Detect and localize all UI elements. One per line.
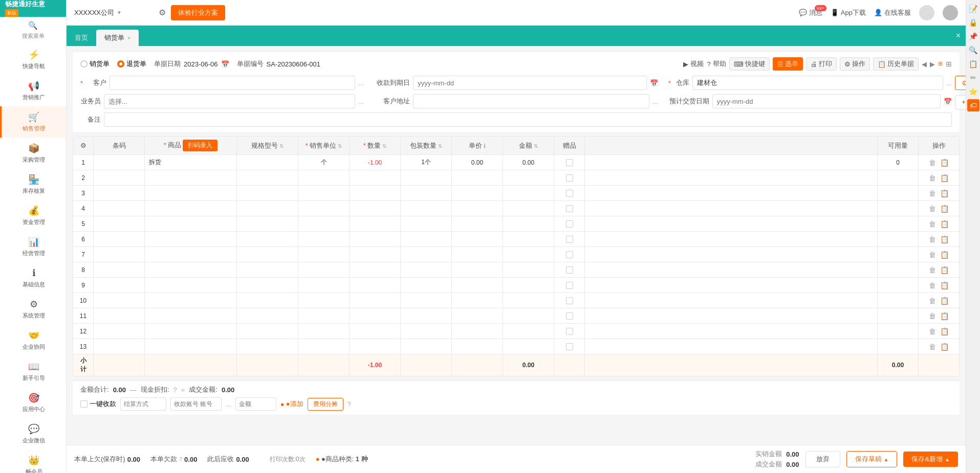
delete-icon[interactable]: 🗑	[929, 343, 936, 351]
cell-price[interactable]	[452, 324, 503, 339]
cell-unit[interactable]	[298, 308, 350, 324]
expense-button[interactable]: 费用分摊	[308, 398, 343, 411]
cell-amount[interactable]	[503, 278, 554, 293]
gift-checkbox[interactable]	[566, 266, 573, 274]
copy-icon[interactable]: 📋	[940, 327, 949, 335]
th-pkg[interactable]: 包装数量	[401, 137, 452, 155]
cell-product[interactable]	[145, 293, 237, 308]
cell-gift[interactable]	[554, 155, 585, 170]
cell-qty[interactable]	[350, 186, 401, 201]
cell-qty[interactable]	[350, 339, 401, 354]
print-button[interactable]: 🖨 打印	[806, 57, 837, 71]
tab-sale-order[interactable]: 销货单 ×	[96, 30, 139, 46]
cell-spec[interactable]	[237, 278, 298, 293]
cell-barcode[interactable]	[94, 170, 145, 186]
copy-icon[interactable]: 📋	[940, 297, 949, 305]
gift-checkbox[interactable]	[566, 236, 573, 243]
cell-barcode[interactable]	[94, 278, 145, 293]
cell-gift[interactable]	[554, 293, 585, 308]
gift-checkbox[interactable]	[566, 190, 573, 197]
cell-pkg[interactable]	[401, 247, 452, 262]
cell-unit[interactable]	[298, 232, 350, 247]
experience-button[interactable]: 体验行业方案	[171, 5, 225, 20]
cell-spec[interactable]	[237, 201, 298, 216]
cell-unit[interactable]	[298, 262, 350, 278]
cell-spec[interactable]	[237, 247, 298, 262]
cell-barcode[interactable]	[94, 293, 145, 308]
cell-gift[interactable]	[554, 324, 585, 339]
th-qty[interactable]: * 数量	[350, 137, 401, 155]
cell-product[interactable]	[145, 216, 237, 232]
settings-button[interactable]: ⚙ ⚙ 设置	[955, 76, 966, 90]
cell-barcode[interactable]	[94, 201, 145, 216]
sidebar-item-marketing[interactable]: 📢 营销推广	[0, 75, 66, 106]
cell-price[interactable]: 0.00	[452, 155, 503, 170]
cell-amount[interactable]	[503, 262, 554, 278]
gift-checkbox[interactable]	[566, 328, 573, 335]
delete-icon[interactable]: 🗑	[929, 205, 936, 213]
cell-pkg[interactable]	[401, 278, 452, 293]
cell-amount[interactable]	[503, 308, 554, 324]
sidebar-item-finance[interactable]: 💰 资金管理	[0, 200, 66, 231]
cell-pkg[interactable]	[401, 186, 452, 201]
cell-amount[interactable]	[503, 216, 554, 232]
user-avatar[interactable]	[919, 5, 934, 20]
cell-amount[interactable]	[503, 170, 554, 186]
cell-barcode[interactable]	[94, 324, 145, 339]
save-new-button[interactable]: 保存&新增 ▲	[903, 452, 958, 467]
cell-pkg[interactable]	[401, 201, 452, 216]
cell-amount[interactable]	[503, 293, 554, 308]
radio-sale[interactable]: 销货单	[80, 59, 110, 69]
tab-home[interactable]: 首页	[67, 30, 96, 46]
gift-checkbox[interactable]	[566, 159, 573, 166]
cell-gift[interactable]	[554, 232, 585, 247]
customer-addr-input[interactable]	[413, 94, 649, 108]
cell-gift[interactable]	[554, 278, 585, 293]
account-input[interactable]	[170, 397, 222, 411]
topbar-gear-icon[interactable]: ⚙	[159, 8, 166, 17]
cell-product[interactable]	[145, 232, 237, 247]
cell-barcode[interactable]	[94, 216, 145, 232]
cell-unit[interactable]	[298, 216, 350, 232]
cell-unit[interactable]	[298, 278, 350, 293]
delete-icon[interactable]: 🗑	[929, 266, 936, 274]
cell-product[interactable]	[145, 339, 237, 354]
cell-qty[interactable]	[350, 201, 401, 216]
cell-barcode[interactable]	[94, 232, 145, 247]
copy-icon[interactable]: 📋	[940, 159, 949, 167]
cell-spec[interactable]	[237, 232, 298, 247]
customer-input[interactable]	[110, 76, 355, 90]
right-panel-lock[interactable]: 🔒	[967, 16, 979, 29]
delete-icon[interactable]: 🗑	[929, 327, 936, 335]
copy-icon[interactable]: 📋	[940, 266, 949, 274]
scan-button[interactable]: 扫码录入	[183, 140, 217, 151]
radio-return[interactable]: 退货单	[117, 59, 146, 69]
copy-icon[interactable]: 📋	[940, 251, 949, 259]
th-spec[interactable]: 规格型号	[237, 137, 298, 155]
cell-amount[interactable]	[503, 201, 554, 216]
delete-icon[interactable]: 🗑	[929, 297, 936, 305]
cell-spec[interactable]	[237, 308, 298, 324]
copy-icon[interactable]: 📋	[940, 235, 949, 243]
next-record-icon[interactable]: ▶	[930, 60, 935, 68]
settle-method-input[interactable]	[120, 397, 166, 411]
right-panel-tag[interactable]: 🏷	[967, 99, 979, 111]
cell-price[interactable]	[452, 201, 503, 216]
cell-unit[interactable]	[298, 170, 350, 186]
cell-gift[interactable]	[554, 247, 585, 262]
cell-qty[interactable]	[350, 216, 401, 232]
grid-view-icon[interactable]: ⊞	[946, 60, 952, 68]
right-panel-list[interactable]: 📋	[967, 58, 979, 70]
sidebar-item-guide[interactable]: 📖 新手引导	[0, 356, 66, 387]
cell-pkg[interactable]	[401, 232, 452, 247]
warehouse-input[interactable]	[692, 76, 943, 90]
right-panel-star[interactable]: ⭐	[967, 85, 979, 98]
cell-barcode[interactable]	[94, 339, 145, 354]
operation-button[interactable]: ⚙ 操作	[840, 57, 870, 71]
cell-spec[interactable]	[237, 216, 298, 232]
cell-price[interactable]	[452, 186, 503, 201]
prev-record-icon[interactable]: ◀	[922, 60, 927, 68]
sidebar-item-quicknav[interactable]: ⚡ 快捷导航	[0, 44, 66, 75]
cell-spec[interactable]	[237, 262, 298, 278]
cell-qty[interactable]	[350, 262, 401, 278]
